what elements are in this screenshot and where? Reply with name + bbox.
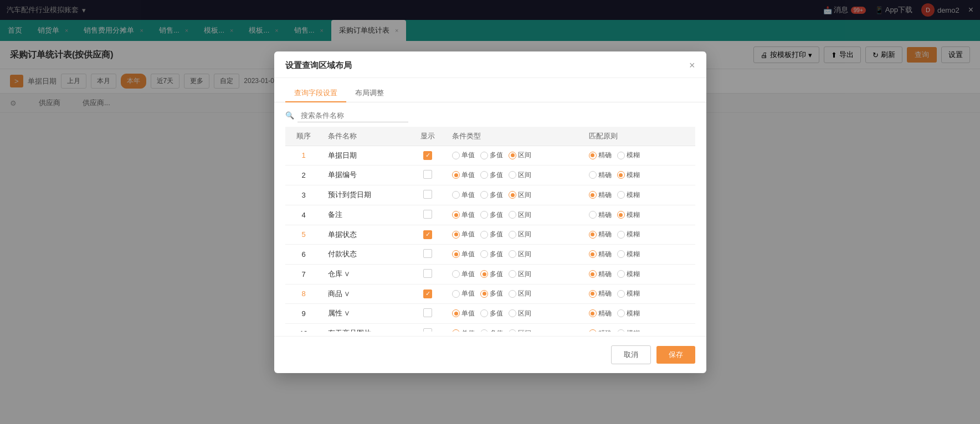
type-radio-multi[interactable]: 多值 [480, 230, 503, 239]
display-checkbox[interactable] [423, 249, 432, 258]
dialog-title: 设置查询区域布局 [285, 60, 352, 71]
row-condition-name: 仓库 ∨ [322, 264, 409, 284]
type-radio-single[interactable]: 单值 [452, 190, 475, 200]
type-radio-multi[interactable]: 多值 [480, 170, 503, 180]
type-radio-single[interactable]: 单值 [452, 210, 475, 220]
match-radio-fuzzy[interactable]: 模糊 [617, 329, 640, 332]
display-checkbox[interactable] [423, 151, 432, 160]
match-radio-exact[interactable]: 精确 [589, 329, 612, 332]
type-radio-range[interactable]: 区间 [509, 230, 531, 239]
dialog-tabs: 查询字段设置 布局调整 [274, 78, 706, 102]
type-radio-multi[interactable]: 多值 [480, 329, 503, 332]
radio-label: 模糊 [627, 151, 640, 160]
display-checkbox[interactable] [423, 190, 432, 199]
radio-circle [480, 329, 488, 332]
dialog-close-button[interactable]: × [689, 60, 695, 70]
row-condition-name: 商品 ∨ [322, 284, 409, 303]
row-display-checkbox[interactable] [409, 225, 447, 244]
match-radio-fuzzy[interactable]: 模糊 [617, 210, 640, 220]
type-radio-single[interactable]: 单值 [452, 230, 475, 239]
row-condition-type: 单值多值区间 [447, 146, 583, 165]
match-radio-exact[interactable]: 精确 [589, 210, 612, 220]
radio-label: 精确 [598, 170, 612, 180]
match-radio-fuzzy[interactable]: 模糊 [617, 190, 640, 200]
display-checkbox[interactable] [423, 289, 432, 298]
match-radio-fuzzy[interactable]: 模糊 [617, 230, 640, 239]
row-display-checkbox[interactable] [409, 244, 447, 264]
type-radio-single[interactable]: 单值 [452, 170, 475, 180]
display-checkbox[interactable] [423, 210, 432, 219]
table-body: 1单据日期单值多值区间精确模糊2单据编号单值多值区间精确模糊3预计到货日期单值多… [285, 146, 695, 332]
match-radio-exact[interactable]: 精确 [589, 289, 612, 298]
row-display-checkbox[interactable] [409, 264, 447, 284]
radio-label: 单值 [461, 230, 475, 239]
radio-circle [452, 290, 460, 298]
radio-label: 区间 [518, 289, 531, 298]
type-radio-single[interactable]: 单值 [452, 151, 475, 160]
type-radio-range[interactable]: 区间 [509, 210, 531, 220]
cancel-button[interactable]: 取消 [611, 345, 651, 364]
row-display-checkbox[interactable] [409, 323, 447, 332]
type-radio-range[interactable]: 区间 [509, 289, 531, 298]
match-radio-fuzzy[interactable]: 模糊 [617, 309, 640, 318]
type-radio-single[interactable]: 单值 [452, 329, 475, 332]
dialog-search-area: 🔍 [274, 102, 706, 127]
match-radio-exact[interactable]: 精确 [589, 309, 612, 318]
type-radio-multi[interactable]: 多值 [480, 289, 503, 298]
match-radio-fuzzy[interactable]: 模糊 [617, 270, 640, 279]
match-radio-fuzzy[interactable]: 模糊 [617, 151, 640, 160]
type-radio-single[interactable]: 单值 [452, 270, 475, 279]
radio-label: 多值 [490, 170, 503, 180]
type-radio-range[interactable]: 区间 [509, 151, 531, 160]
tab-layout-adjust[interactable]: 布局调整 [346, 85, 393, 102]
match-radio-exact[interactable]: 精确 [589, 170, 612, 180]
row-display-checkbox[interactable] [409, 284, 447, 303]
type-radio-range[interactable]: 区间 [509, 309, 531, 318]
match-radio-exact[interactable]: 精确 [589, 270, 612, 279]
match-radio-fuzzy[interactable]: 模糊 [617, 170, 640, 180]
type-radio-multi[interactable]: 多值 [480, 190, 503, 200]
row-condition-name: 单据日期 [322, 146, 409, 165]
type-radio-multi[interactable]: 多值 [480, 250, 503, 259]
display-checkbox[interactable] [423, 230, 432, 239]
match-radio-exact[interactable]: 精确 [589, 151, 612, 160]
row-match-rule: 精确模糊 [583, 146, 695, 165]
type-radio-single[interactable]: 单值 [452, 309, 475, 318]
type-radio-single[interactable]: 单值 [452, 289, 475, 298]
type-radio-range[interactable]: 区间 [509, 270, 531, 279]
dialog-overlay[interactable]: 设置查询区域布局 × 查询字段设置 布局调整 🔍 顺序 条件名称 显示 [0, 0, 980, 424]
match-radio-fuzzy[interactable]: 模糊 [617, 289, 640, 298]
display-checkbox[interactable] [423, 269, 432, 278]
match-radio-exact[interactable]: 精确 [589, 190, 612, 200]
row-display-checkbox[interactable] [409, 185, 447, 205]
display-checkbox[interactable] [423, 308, 432, 317]
type-radio-range[interactable]: 区间 [509, 329, 531, 332]
row-display-checkbox[interactable] [409, 205, 447, 225]
display-checkbox[interactable] [423, 328, 432, 332]
match-radio-fuzzy[interactable]: 模糊 [617, 250, 640, 259]
table-row: 9属性 ∨单值多值区间精确模糊 [285, 303, 695, 323]
type-radio-multi[interactable]: 多值 [480, 151, 503, 160]
type-radio-multi[interactable]: 多值 [480, 309, 503, 318]
type-radio-multi[interactable]: 多值 [480, 270, 503, 279]
display-checkbox[interactable] [423, 170, 432, 179]
type-radio-range[interactable]: 区间 [509, 250, 531, 259]
radio-label: 多值 [490, 230, 503, 239]
radio-circle [589, 191, 597, 199]
search-input[interactable] [297, 109, 408, 122]
match-radio-exact[interactable]: 精确 [589, 250, 612, 259]
radio-circle [589, 290, 597, 298]
type-radio-range[interactable]: 区间 [509, 170, 531, 180]
type-radio-single[interactable]: 单值 [452, 250, 475, 259]
row-order: 4 [285, 205, 322, 225]
row-display-checkbox[interactable] [409, 303, 447, 323]
save-button[interactable]: 保存 [656, 346, 695, 364]
match-radio-exact[interactable]: 精确 [589, 230, 612, 239]
row-display-checkbox[interactable] [409, 165, 447, 185]
tab-field-settings[interactable]: 查询字段设置 [285, 85, 346, 102]
row-condition-name: 单据编号 [322, 165, 409, 185]
row-condition-name: 有无商品图片 [322, 323, 409, 332]
type-radio-range[interactable]: 区间 [509, 190, 531, 200]
row-display-checkbox[interactable] [409, 146, 447, 165]
type-radio-multi[interactable]: 多值 [480, 210, 503, 220]
